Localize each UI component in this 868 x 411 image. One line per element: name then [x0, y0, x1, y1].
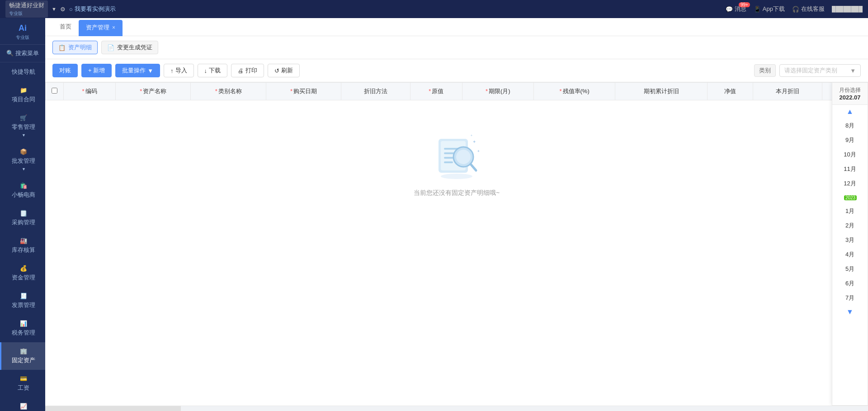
top-bar-left: 畅捷通好业财 专业版 ▼ ⚙ ○ 我要看实例演示	[5, 0, 722, 18]
refresh-icon: ↺	[274, 67, 279, 74]
th-original-value: *原值	[410, 83, 462, 100]
year-2023-marker: 2023	[832, 191, 868, 204]
table-header-row: *编码 *资产名称 *类别名称 *购买日期 折旧方法 *原值 *期限(月) *残…	[46, 83, 868, 100]
select-all-checkbox[interactable]	[52, 88, 57, 94]
month-item-8[interactable]: 8月	[832, 118, 868, 133]
scrollbar-track	[45, 406, 868, 411]
th-period-months: *期限(月)	[462, 83, 533, 100]
month-item-2023-2[interactable]: 2月	[832, 218, 868, 233]
asset-table: *编码 *资产名称 *类别名称 *购买日期 折旧方法 *原值 *期限(月) *残…	[45, 82, 868, 224]
batch-operations-button[interactable]: 批量操作 ▼	[115, 64, 160, 77]
month-nav-down-button[interactable]: ▼	[844, 307, 855, 317]
toolbar-right: 类别 请选择固定资产类别 ▼	[754, 64, 861, 77]
th-monthly-depreciation: 本月折旧	[753, 83, 822, 100]
svg-text:✦: ✦	[477, 149, 480, 153]
main-layout: Ai 专业版 🔍 搜索菜单 快捷导航 📁 项目合同 🛒 零售管理 ▼ 📦 批发管…	[0, 18, 868, 411]
sidebar-item-operations[interactable]: 📈 经营管理	[0, 397, 45, 411]
th-category: *类别名称	[191, 83, 266, 100]
year-badge: 2023	[844, 195, 857, 200]
th-residual-rate: *残值率(%)	[533, 83, 615, 100]
table-wrapper: *编码 *资产名称 *类别名称 *购买日期 折旧方法 *原值 *期限(月) *残…	[45, 82, 868, 406]
import-icon: ↑	[170, 67, 174, 74]
month-item-2023-3[interactable]: 3月	[832, 233, 868, 247]
sidebar-item-retail[interactable]: 🛒 零售管理 ▼	[0, 109, 45, 143]
tab-bar: 首页 资产管理 ×	[45, 18, 868, 36]
svg-text:✦: ✦	[470, 134, 473, 137]
download-button[interactable]: ↓ 下载	[198, 64, 228, 77]
sub-tab-asset-detail[interactable]: 📋 资产明细	[52, 41, 98, 54]
top-bar-right: 💬 消息 99+ 📱 App下载 🎧 在线客服 ████████	[726, 5, 863, 13]
app-download-button[interactable]: 📱 App下载	[754, 5, 785, 13]
category-select[interactable]: 请选择固定资产类别 ▼	[779, 64, 861, 77]
tab-home[interactable]: 首页	[52, 18, 79, 36]
company-dropdown[interactable]: ▼	[52, 6, 57, 12]
sidebar-logo: Ai 专业版	[0, 18, 45, 45]
empty-row: ✦ ✦ ✦ 当前您还没有固定资产明细哦~	[46, 100, 868, 225]
svg-rect-6	[444, 161, 453, 163]
import-button[interactable]: ↑ 导入	[164, 64, 194, 77]
month-item-12[interactable]: 12月	[832, 176, 868, 191]
svg-line-9	[471, 164, 476, 170]
asset-detail-icon: 📋	[58, 44, 66, 51]
sidebar-item-ecommerce[interactable]: 🛍️ 小畅电商	[0, 177, 45, 204]
online-service-button[interactable]: 🎧 在线客服	[792, 5, 825, 13]
empty-illustration: ✦ ✦ ✦	[429, 128, 484, 182]
month-item-11[interactable]: 11月	[832, 162, 868, 176]
add-button[interactable]: + 新增	[81, 64, 112, 77]
user-info: ████████	[832, 6, 863, 12]
message-button[interactable]: 💬 消息 99+	[726, 5, 746, 13]
change-voucher-icon: 📄	[107, 44, 114, 51]
month-panel: 月份选择 2022.07 ▲ 8月 9月 10月	[832, 82, 868, 406]
logo-sub: 专业版	[4, 34, 42, 41]
month-item-2023-1[interactable]: 1月	[832, 204, 868, 218]
th-period-accumulated: 期初累计折旧	[615, 83, 708, 100]
service-icon: 🎧	[792, 6, 799, 13]
sidebar-item-tax[interactable]: 📊 税务管理	[0, 315, 45, 342]
category-arrow-icon: ▼	[850, 67, 856, 74]
sidebar-item-invoice[interactable]: 🧾 发票管理	[0, 287, 45, 315]
month-item-2023-6[interactable]: 6月	[832, 276, 868, 291]
month-panel-title: 月份选择	[836, 86, 864, 94]
month-nav-up-button[interactable]: ▲	[844, 107, 855, 117]
content-area: 📋 资产明细 📄 变更生成凭证 对账 + 新增	[45, 36, 868, 411]
month-item-10[interactable]: 10月	[832, 147, 868, 162]
print-icon: 🖨	[238, 67, 244, 74]
sidebar-item-quick-nav[interactable]: 快捷导航	[0, 62, 45, 81]
th-net-value: 净值	[708, 83, 753, 100]
sidebar-item-project[interactable]: 📁 项目合同	[0, 81, 45, 109]
sidebar-item-fixed-assets[interactable]: 🏢 固定资产	[0, 342, 45, 370]
search-icon: 🔍	[6, 50, 14, 57]
sidebar-item-inventory[interactable]: 🏭 库存核算	[0, 232, 45, 260]
settings-icon[interactable]: ⚙	[60, 6, 66, 13]
month-item-2023-4[interactable]: 4月	[832, 247, 868, 262]
th-purchase-date: *购买日期	[266, 83, 341, 100]
month-item-2023-5[interactable]: 5月	[832, 262, 868, 276]
month-item-9[interactable]: 9月	[832, 133, 868, 147]
sidebar-item-payroll[interactable]: 💳 工资	[0, 370, 45, 397]
svg-point-0	[441, 174, 472, 179]
refresh-button[interactable]: ↺ 刷新	[268, 64, 300, 77]
reconcile-button[interactable]: 对账	[52, 64, 78, 77]
month-panel-selected: 2022.07	[836, 94, 864, 101]
category-filter: 类别 请选择固定资产类别 ▼	[754, 64, 861, 77]
tab-asset-management[interactable]: 资产管理 ×	[79, 20, 123, 36]
category-label: 类别	[754, 64, 776, 77]
bottom-scrollbar[interactable]	[45, 406, 868, 411]
svg-point-8	[456, 150, 471, 164]
table-month-wrapper: *编码 *资产名称 *类别名称 *购买日期 折旧方法 *原值 *期限(月) *残…	[45, 82, 868, 406]
sub-tab-change-voucher[interactable]: 📄 变更生成凭证	[101, 41, 158, 54]
th-depreciation-method: 折旧方法	[341, 83, 410, 100]
th-name: *资产名称	[115, 83, 190, 100]
print-button[interactable]: 🖨 打印	[231, 64, 264, 77]
top-bar: 畅捷通好业财 专业版 ▼ ⚙ ○ 我要看实例演示 💬 消息 99+ 📱 App下…	[0, 0, 868, 18]
sidebar-item-finance[interactable]: 💰 资金管理	[0, 260, 45, 287]
th-checkbox	[46, 83, 64, 100]
month-item-2023-7[interactable]: 7月	[832, 291, 868, 305]
demo-link[interactable]: ○ 我要看实例演示	[69, 5, 116, 13]
sidebar-item-purchase[interactable]: 🗒️ 采购管理	[0, 204, 45, 232]
demo-circle-icon: ○	[69, 6, 73, 13]
sidebar-item-wholesale[interactable]: 📦 批发管理 ▼	[0, 143, 45, 177]
tab-close-icon[interactable]: ×	[112, 24, 115, 31]
th-code: *编码	[64, 83, 116, 100]
sidebar-search[interactable]: 🔍 搜索菜单	[0, 45, 45, 62]
